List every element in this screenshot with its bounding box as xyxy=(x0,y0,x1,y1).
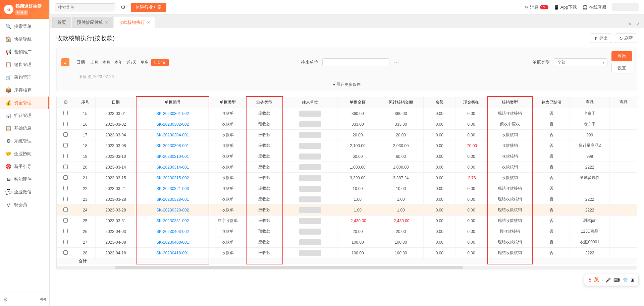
sidebar-item-operation[interactable]: 📊经营管理 xyxy=(0,109,49,122)
row-checkbox[interactable] xyxy=(57,151,75,162)
sidebar-item-wechat[interactable]: 💬企业微信 xyxy=(0,186,49,198)
settings-footer-icon[interactable]: ⚙ xyxy=(3,296,8,303)
expand-more-btn[interactable]: ▾ 展开更多条件 xyxy=(61,82,632,87)
row-date: 2023-03-28 xyxy=(95,205,136,216)
expand-icon: ▾ xyxy=(333,82,335,87)
filter-collapse-button[interactable]: » xyxy=(61,58,69,66)
partner-input[interactable] xyxy=(322,58,389,66)
row-no: 25 xyxy=(75,216,95,226)
sidebar-label-guide: 新手引导 xyxy=(14,164,32,170)
solution-button[interactable]: 体验行业方案 xyxy=(131,3,166,12)
col-cum-header: 累计核销金额 xyxy=(378,97,424,108)
date-7days[interactable]: 近7天 xyxy=(125,59,138,66)
gear-icon[interactable]: ⚙ xyxy=(121,4,125,10)
message-item[interactable]: ✉ 消息 99+ xyxy=(525,4,548,10)
row-cancel-type: 现结收款核销 xyxy=(487,248,533,258)
app-download-item[interactable]: 📱 App下载 xyxy=(554,4,577,10)
row-amount: 20.00 xyxy=(337,226,378,237)
footer-order-no xyxy=(136,258,209,264)
row-biz: 应收款 xyxy=(246,162,282,173)
row-checkbox[interactable] xyxy=(57,140,75,151)
partner-dots[interactable]: ··· xyxy=(393,59,400,66)
row-checkbox[interactable] xyxy=(57,216,75,226)
row-order-no: SK-20230304-001 xyxy=(136,130,209,140)
row-type: 收款单 xyxy=(209,237,246,248)
sidebar-item-marketing[interactable]: 📢营销推广 xyxy=(0,46,49,58)
shirt-icon[interactable]: 👕 xyxy=(623,278,628,283)
row-biz: 应收款 xyxy=(246,205,282,216)
sidebar-item-quicknav[interactable]: 🏠快捷导航 xyxy=(0,33,49,46)
collapse-icon[interactable]: ◀◀ xyxy=(39,296,46,303)
col-settings-header[interactable]: ⚙ xyxy=(57,97,75,108)
row-balance: 0.00 xyxy=(424,119,455,130)
sidebar-item-purchase[interactable]: 🛒采购管理 xyxy=(0,71,49,84)
row-checkbox[interactable] xyxy=(57,237,75,248)
row-product2 xyxy=(610,130,637,140)
sidebar-item-search[interactable]: 🔍搜索菜单 xyxy=(0,20,49,33)
sidebar-item-sales[interactable]: 📋销售管理 xyxy=(0,58,49,71)
mobile-icon: 📱 xyxy=(554,5,559,10)
date-last-month[interactable]: 上月 xyxy=(89,59,100,66)
tab-receipt[interactable]: 收款核销执行 ✕ xyxy=(114,17,155,28)
wechat-icon: 💬 xyxy=(5,189,11,195)
row-product2 xyxy=(610,151,637,162)
row-checkbox[interactable] xyxy=(57,226,75,237)
row-type: 红字收款单 xyxy=(209,216,246,226)
sidebar-item-member[interactable]: V畅会员 xyxy=(0,198,49,211)
tab-prepay[interactable]: 预付款应付单 ✕ xyxy=(72,17,113,28)
row-date: 2023-03-02 xyxy=(95,119,136,130)
sidebar-item-basic[interactable]: 📋基础信息 xyxy=(0,122,49,135)
row-product2 xyxy=(610,108,637,119)
setting-button[interactable]: 设置 xyxy=(611,63,632,73)
row-settled: 否 xyxy=(533,205,570,216)
sidebar-item-system[interactable]: ⚙系统管理 xyxy=(0,135,49,147)
tab-prepay-close[interactable]: ✕ xyxy=(105,20,108,25)
row-checkbox[interactable] xyxy=(57,130,75,140)
date-this-month[interactable]: 本月 xyxy=(101,59,112,66)
row-checkbox[interactable] xyxy=(57,183,75,194)
window-expand-icon[interactable]: ⤢ xyxy=(635,20,641,28)
sidebar-item-guide[interactable]: 🎯新手引导 xyxy=(0,160,49,173)
search-input[interactable] xyxy=(55,3,115,11)
sidebar-label-wechat: 企业微信 xyxy=(14,189,32,195)
grid-icon[interactable]: ⊞ xyxy=(631,278,634,283)
online-service-item[interactable]: 🎧 在线客服 xyxy=(582,4,606,10)
keyboard-icon[interactable]: ⌨ xyxy=(613,278,620,283)
tab-home[interactable]: 首页 xyxy=(52,17,71,28)
sidebar-label-operation: 经营管理 xyxy=(14,113,32,119)
row-biz: 应收款 xyxy=(246,130,282,140)
date-custom-button[interactable]: 自定义 xyxy=(151,59,169,66)
row-checkbox[interactable] xyxy=(57,194,75,205)
footer-product2 xyxy=(610,258,637,264)
query-button[interactable]: 查询 xyxy=(611,51,632,61)
sidebar-item-hardware[interactable]: 🖥智能硬件 xyxy=(0,173,49,186)
mic-icon[interactable]: 🎤 xyxy=(605,278,611,283)
row-checkbox[interactable] xyxy=(57,248,75,258)
sidebar-item-inventory[interactable]: 📦库存核算 xyxy=(0,84,49,97)
date-this-year[interactable]: 本年 xyxy=(113,59,124,66)
row-cum: 100.00 xyxy=(378,248,424,258)
row-discount: 0.00 xyxy=(455,194,487,205)
search-icon: 🔍 xyxy=(5,23,11,29)
row-checkbox[interactable] xyxy=(57,205,75,216)
export-button[interactable]: ⬆ 导出 xyxy=(590,34,612,43)
window-close-icon[interactable]: ✕ xyxy=(627,20,633,28)
refresh-button[interactable]: ↻ 刷新 xyxy=(615,34,637,43)
sidebar-item-enterprise[interactable]: 🤝企业协同 xyxy=(0,147,49,160)
sidebar-item-finance[interactable]: 💰资金管理 xyxy=(0,97,49,109)
row-date: 2023-03-21 xyxy=(95,183,136,194)
row-checkbox[interactable] xyxy=(57,173,75,183)
row-checkbox[interactable] xyxy=(57,119,75,130)
type-select[interactable]: 全部收款单红字收款单 xyxy=(554,58,607,66)
row-checkbox[interactable] xyxy=(57,108,75,119)
footer-type xyxy=(209,258,246,264)
row-amount: 2,100.00 xyxy=(337,140,378,151)
row-amount: 100.00 xyxy=(337,237,378,248)
date-more[interactable]: 更多 xyxy=(139,59,150,66)
sidebar-label-quicknav: 快捷导航 xyxy=(14,36,32,42)
tab-receipt-close[interactable]: ✕ xyxy=(147,20,150,25)
dot-icon[interactable]: · xyxy=(601,278,603,283)
row-amount: 10.00 xyxy=(337,183,378,194)
row-checkbox[interactable] xyxy=(57,162,75,173)
horizontal-scrollbar[interactable] xyxy=(57,266,637,269)
